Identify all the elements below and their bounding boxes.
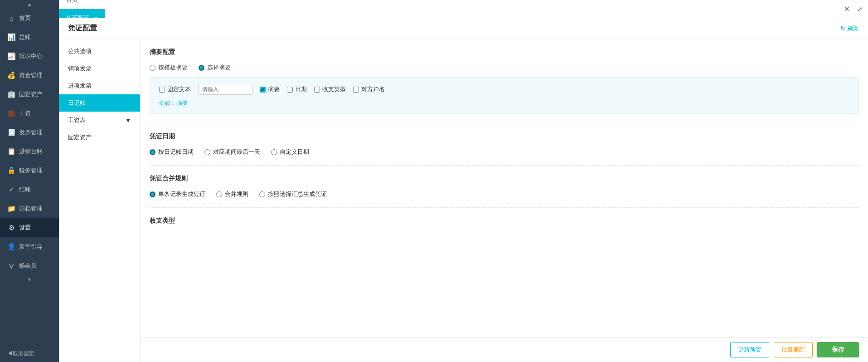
sidebar-item-label-tax-mgmt: 税务管理 [19,166,43,175]
summary-radio-template[interactable]: 按模板摘要 [150,64,188,72]
checkbox-counterparty[interactable]: 对方户名 [353,85,385,93]
sidebar-item-invoice-mgmt[interactable]: 🧾发票管理 [0,123,59,142]
sidebar-item-label-home: 首页 [19,14,31,22]
sidebar-scroll-up[interactable]: ▲ [0,0,59,9]
refresh-label: 刷新 [847,24,859,33]
merge-rules-radio-group: 单条记录生成凭证 合并规则 按照选择汇总生成凭证 [150,190,859,198]
checkbox-income-type-input[interactable] [314,87,320,93]
sidebar-item-assets[interactable]: 🏢固定资产 [0,85,59,104]
merge-radio-single-input[interactable] [150,191,155,197]
summary-radio-select-input[interactable] [199,65,204,71]
voucher-date-radio-group: 按日记账日期 对应期间最后一天 自定义日期 [150,148,859,156]
date-radio-custom-input[interactable] [271,149,277,155]
summary-radio-select[interactable]: 选择摘要 [199,64,231,72]
sidebar-item-wages[interactable]: 💼工资 [0,104,59,123]
tab-home-tab[interactable]: 首页 [59,0,105,9]
merge-radio-merge-label: 合并规则 [225,190,248,198]
checkbox-fixed-text[interactable]: 固定文本 [159,85,191,93]
sidebar-item-label-settlement: 结账 [19,186,31,194]
checkbox-counterparty-input[interactable] [353,87,359,93]
voucher-date-title: 凭证日期 [150,132,859,141]
merge-radio-batch[interactable]: 按照选择汇总生成凭证 [259,190,327,198]
right-content: 摘要配置 按模板摘要 选择摘要 [141,39,868,337]
summary-radio-template-label: 按模板摘要 [158,64,188,72]
left-menu-public[interactable]: 公共选项 [59,43,140,60]
sidebar-item-label-assets: 固定资产 [19,90,43,98]
merge-radio-single-label: 单条记录生成凭证 [158,190,205,198]
body-layout: 公共选项销项发票进项发票日记账工资表▼固定资产 摘要配置 按模板摘要 [59,39,868,362]
left-menu-label-sales-invoice: 销项发票 [68,64,92,73]
date-radio-period[interactable]: 对应期间最后一天 [204,148,260,156]
checkbox-summary-input[interactable] [260,87,266,93]
sidebar-item-funds[interactable]: 💰资金管理 [0,66,59,85]
settings-icon: ⚙ [7,224,15,232]
restore-window-button[interactable]: ⤢ [855,4,864,15]
date-radio-period-input[interactable] [204,149,210,155]
sidebar-scroll-down[interactable]: ▼ [0,275,59,284]
sidebar-item-ledger[interactable]: 📊总账 [0,28,59,47]
income-type-section: 收支类型 [150,217,859,237]
summary-radio-select-label: 选择摘要 [207,64,231,72]
summary-config-box: 固定文本 摘要 日期 [150,77,859,114]
guide-icon: 👤 [7,243,15,251]
left-menu-sales-invoice[interactable]: 销项发票 [59,60,140,77]
checkbox-income-type-label: 收支类型 [322,85,346,93]
refresh-button[interactable]: ↻ 刷新 [840,24,859,33]
page-header: 凭证配置 ↻ 刷新 [59,18,868,39]
sidebar-item-guide[interactable]: 👤新手引导 [0,237,59,256]
date-radio-custom[interactable]: 自定义日期 [271,148,309,156]
sidebar-item-purchase-sales[interactable]: 📋进销台账 [0,142,59,161]
merge-radio-merge[interactable]: 合并规则 [216,190,248,198]
close-window-button[interactable]: ✕ [842,3,852,15]
merge-radio-merge-input[interactable] [216,191,222,197]
left-menu-label-payroll: 工资表 [68,116,86,124]
sidebar-item-settlement[interactable]: ✓结账 [0,180,59,199]
invoice-mgmt-icon: 🧾 [7,128,15,137]
update-preset-button[interactable]: 更新预置 [730,342,769,357]
checkbox-date-input[interactable] [287,87,293,93]
left-menu-payroll[interactable]: 工资表▼ [59,112,140,129]
tab-bar-actions: ✕ ⤢ [842,3,868,15]
left-menu-arrow-payroll: ▼ [125,117,131,124]
batch-delete-button[interactable]: 批量删除 [774,342,813,357]
vip-icon: V [7,262,15,270]
sidebar-item-archive[interactable]: 📁归档管理 [0,199,59,218]
sidebar-unpin[interactable]: ◀取消固定 [0,345,59,362]
left-menu-purchase-invoice[interactable]: 进项发票 [59,77,140,94]
summary-checkbox-row: 固定文本 摘要 日期 [159,84,849,95]
checkbox-fixed-text-input[interactable] [159,87,165,93]
sidebar-item-tax-mgmt[interactable]: 🔒税务管理 [0,161,59,180]
sidebar-item-reports[interactable]: 📈报表中心 [0,47,59,66]
checkbox-counterparty-label: 对方户名 [361,85,385,93]
save-button[interactable]: 保存 [817,342,859,357]
merge-radio-single[interactable]: 单条记录生成凭证 [150,190,205,198]
fixed-text-input[interactable] [198,84,252,95]
sidebar-item-label-ledger: 总账 [19,33,31,41]
reports-icon: 📈 [7,52,15,60]
page-title: 凭证配置 [68,24,97,33]
sidebar: ▲ ⌂首页📊总账📈报表中心💰资金管理🏢固定资产💼工资🧾发票管理📋进销台账🔒税务管… [0,0,59,362]
voucher-date-section: 凭证日期 按日记账日期 对应期间最后一天 [150,132,859,166]
sidebar-item-settings[interactable]: ⚙设置 [0,218,59,237]
summary-radio-template-input[interactable] [150,65,155,71]
merge-radio-batch-input[interactable] [259,191,265,197]
sidebar-item-label-vip: 畅会员 [19,262,37,270]
date-radio-journal[interactable]: 按日记账日期 [150,148,194,156]
sidebar-item-home[interactable]: ⌂首页 [0,9,59,28]
sidebar-item-vip[interactable]: V畅会员 [0,256,59,275]
ledger-icon: 📊 [7,33,15,41]
date-radio-custom-label: 自定义日期 [280,148,309,156]
date-radio-journal-input[interactable] [150,149,155,155]
checkbox-summary[interactable]: 摘要 [260,85,280,93]
left-menu-fixed-assets[interactable]: 固定资产 [59,129,140,146]
summary-config-title: 摘要配置 [150,48,859,56]
sidebar-item-label-wages: 工资 [19,109,31,117]
left-menu: 公共选项销项发票进项发票日记账工资表▼固定资产 [59,39,141,362]
left-menu-journal[interactable]: 日记账 [59,94,140,112]
merge-rules-title: 凭证合并规则 [150,175,859,183]
checkbox-date-label: 日期 [295,85,307,93]
sidebar-item-label-reports: 报表中心 [19,52,43,60]
checkbox-income-type[interactable]: 收支类型 [314,85,346,93]
sidebar-item-label-guide: 新手引导 [19,243,43,251]
checkbox-date[interactable]: 日期 [287,85,307,93]
